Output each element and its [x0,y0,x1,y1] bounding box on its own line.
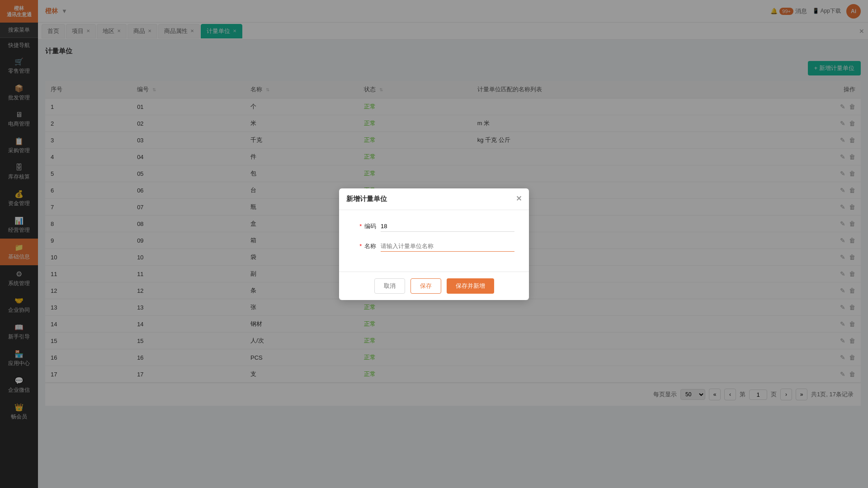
modal-title: 新增计量单位 [346,195,387,203]
modal-footer: 取消 保存 保存并新增 [339,272,529,300]
modal-close-button[interactable]: ✕ [516,195,522,202]
required-mark: * [359,223,362,230]
form-row-name: * 名称 [354,241,514,252]
form-row-code: * 编码 [354,221,514,232]
modal-body: * 编码 * 名称 [339,210,529,272]
name-label: * 名称 [354,242,376,250]
cancel-button[interactable]: 取消 [374,278,405,294]
modal-header: 新增计量单位 ✕ [339,188,529,210]
save-button[interactable]: 保存 [410,278,441,294]
modal-overlay[interactable]: 新增计量单位 ✕ * 编码 * 名称 取消 保存 保存并新增 [0,0,868,488]
code-input[interactable] [381,221,514,232]
add-unit-modal: 新增计量单位 ✕ * 编码 * 名称 取消 保存 保存并新增 [339,188,529,300]
name-input[interactable] [381,241,514,252]
required-mark2: * [359,243,362,249]
save-new-button[interactable]: 保存并新增 [447,278,494,294]
code-label: * 编码 [354,222,376,230]
